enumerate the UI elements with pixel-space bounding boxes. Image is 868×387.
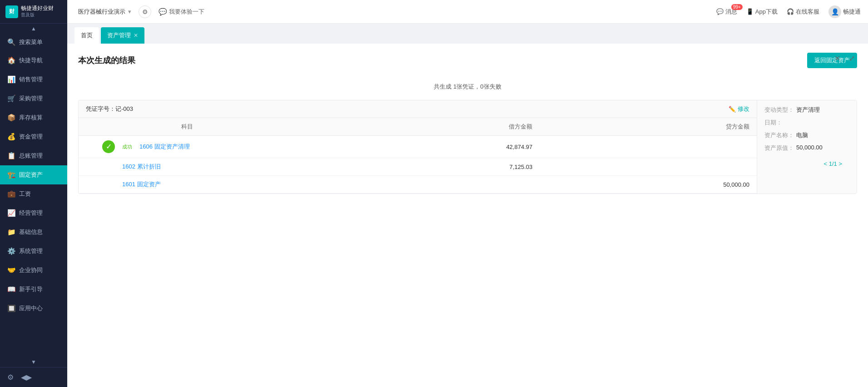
edit-icon: ✏️ — [729, 106, 736, 113]
user-profile[interactable]: 👤 畅捷通 — [828, 5, 861, 18]
sidebar-item-system[interactable]: ⚙️ 系统管理 — [0, 242, 67, 261]
expand-panel-button[interactable]: ⤢ — [846, 53, 857, 64]
table-cell-credit-2 — [540, 158, 757, 176]
feedback-icon: 💬 — [159, 8, 167, 16]
sidebar-item-label: 总账管理 — [19, 152, 43, 160]
subject-link-1[interactable]: 1606 固定资产清理 — [139, 143, 190, 151]
original-value-label: 资产原值： — [764, 144, 796, 152]
sidebar-item-label: 资金管理 — [19, 133, 43, 141]
topbar: 医疗器械行业演示 ▾ ⚙ 💬 我要体验一下 💬 消息 99+ 📱 App下载 🎧… — [67, 0, 868, 24]
online-service-button[interactable]: 🎧 在线客服 — [787, 8, 819, 16]
close-panel-button[interactable]: ✕ — [832, 53, 843, 64]
company-selector[interactable]: 医疗器械行业演示 ▾ — [74, 6, 135, 18]
logo-sub: 普及版 — [21, 12, 54, 18]
success-text: 成功 — [122, 144, 132, 150]
page-header: 本次生成的结果 返回固定资产 — [78, 53, 857, 68]
change-type-value: 资产清理 — [796, 106, 820, 114]
basic-icon: 📁 — [7, 228, 15, 236]
table-cell-debit-2: 7,125.03 — [296, 158, 540, 176]
sidebar-item-label: 工资 — [19, 190, 31, 198]
dropdown-icon: ▾ — [128, 8, 131, 15]
voucher-header: 凭证字号：记-003 ✏️ 修改 — [79, 100, 757, 118]
sidebar-item-operations[interactable]: 📈 经营管理 — [0, 203, 67, 223]
sidebar-logo: 财 畅捷通好业财 普及版 — [0, 0, 67, 24]
settings-icon[interactable]: ⚙ — [7, 373, 14, 382]
sidebar-item-label: 快捷导航 — [19, 56, 43, 64]
tab-asset[interactable]: 资产管理 ✕ — [101, 27, 144, 44]
sidebar-item-purchase[interactable]: 🛒 采购管理 — [0, 89, 67, 108]
topbar-right: 💬 消息 99+ 📱 App下载 🎧 在线客服 👤 畅捷通 — [716, 5, 861, 18]
sidebar-item-funds[interactable]: 💰 资金管理 — [0, 127, 67, 146]
asset-name-row: 资产名称： 电脑 — [764, 131, 849, 139]
panel-actions: ✕ ⤢ — [832, 53, 857, 64]
sidebar-item-inventory[interactable]: 📦 库存核算 — [0, 108, 67, 127]
original-value-row: 资产原值： 50,000.00 — [764, 144, 849, 152]
sidebar-item-guide[interactable]: 📖 新手引导 — [0, 280, 67, 299]
tab-close-icon[interactable]: ✕ — [134, 32, 138, 39]
sidebar-item-label: 库存核算 — [19, 114, 43, 122]
table-cell-subject-2: 1602 累计折旧 — [79, 158, 296, 176]
pagination-next[interactable]: > — [838, 160, 842, 167]
sidebar-item-label: 新手引导 — [19, 285, 43, 293]
asset-name-value: 电脑 — [796, 131, 808, 139]
tab-asset-label: 资产管理 — [107, 31, 131, 40]
voucher-card: 凭证字号：记-003 ✏️ 修改 科目 借方金额 贷方金额 — [78, 100, 857, 194]
tab-home[interactable]: 首页 — [74, 27, 99, 44]
col-header-debit: 借方金额 — [296, 118, 540, 136]
sidebar-item-label: 销售管理 — [19, 75, 43, 84]
funds-icon: 💰 — [7, 133, 15, 141]
pagination-info: 1/1 — [829, 160, 839, 167]
sidebar-item-label: 经营管理 — [19, 209, 43, 217]
subject-link-2[interactable]: 1602 累计折旧 — [122, 163, 161, 170]
headset-icon: 🎧 — [787, 8, 794, 15]
sidebar-item-quicknav[interactable]: 🏠 快捷导航 — [0, 51, 67, 70]
feedback-button[interactable]: 💬 我要体验一下 — [159, 8, 204, 16]
messages-badge: 99+ — [731, 4, 743, 10]
sidebar-item-appcenter[interactable]: 🔲 应用中心 — [0, 299, 67, 318]
app-download-button[interactable]: 📱 App下载 — [746, 8, 778, 16]
scroll-up-button[interactable]: ▲ — [0, 24, 67, 34]
table-row: ✓ 成功 1606 固定资产清理 42,874.97 — [79, 136, 757, 158]
page-title: 本次生成的结果 — [78, 55, 135, 66]
search-icon: 🔍 — [7, 38, 15, 46]
tab-home-label: 首页 — [81, 31, 93, 40]
online-service-label: 在线客服 — [796, 8, 819, 16]
main-area: 医疗器械行业演示 ▾ ⚙ 💬 我要体验一下 💬 消息 99+ 📱 App下载 🎧… — [67, 0, 868, 387]
purchase-icon: 🛒 — [7, 94, 15, 103]
company-name: 医疗器械行业演示 — [78, 8, 125, 16]
summary-text: 共生成 1张凭证，0张失败 — [434, 83, 501, 90]
sidebar-item-basic[interactable]: 📁 基础信息 — [0, 223, 67, 242]
sidebar-item-label: 固定资产 — [19, 171, 43, 179]
sidebar-item-salary[interactable]: 💼 工资 — [0, 184, 67, 203]
sidebar-item-search[interactable]: 🔍 搜索菜单 — [0, 34, 67, 51]
subject-link-3[interactable]: 1601 固定资产 — [122, 181, 161, 188]
change-type-label: 变动类型： — [764, 106, 796, 114]
pagination-prev[interactable]: < — [824, 160, 828, 167]
edit-button[interactable]: ✏️ 修改 — [729, 105, 749, 113]
table-header-row: 科目 借方金额 贷方金额 — [79, 118, 757, 136]
collapse-icon[interactable]: ◀▶ — [21, 373, 32, 382]
salary-icon: 💼 — [7, 190, 15, 198]
operations-icon: 📈 — [7, 209, 15, 217]
date-row: 日期： — [764, 119, 849, 127]
summary-bar: 共生成 1张凭证，0张失败 — [78, 77, 857, 96]
table-row: 1601 固定资产 50,000.00 — [79, 176, 757, 194]
edit-label: 修改 — [738, 105, 749, 113]
sidebar-item-fixedassets[interactable]: 🏗️ 固定资产 — [0, 165, 67, 184]
sidebar-item-label: 搜索菜单 — [19, 38, 43, 46]
logo-text: 畅捷通好业财 — [21, 5, 54, 12]
date-label: 日期： — [764, 119, 796, 127]
message-icon: 💬 — [716, 8, 724, 15]
sidebar-item-sales[interactable]: 📊 销售管理 — [0, 70, 67, 89]
table-cell-debit-3 — [296, 176, 540, 194]
home-icon: 🏠 — [7, 56, 15, 64]
scroll-down-button[interactable]: ▼ — [0, 357, 67, 367]
sidebar-item-ledger[interactable]: 📋 总账管理 — [0, 146, 67, 165]
avatar: 👤 — [828, 5, 841, 18]
table-cell-credit-1 — [540, 136, 757, 158]
guide-icon: 📖 — [7, 285, 15, 293]
messages-button[interactable]: 💬 消息 99+ — [716, 8, 737, 16]
col-header-credit: 贷方金额 — [540, 118, 757, 136]
settings-button[interactable]: ⚙ — [139, 5, 151, 18]
sidebar-item-enterprise[interactable]: 🤝 企业协同 — [0, 261, 67, 280]
